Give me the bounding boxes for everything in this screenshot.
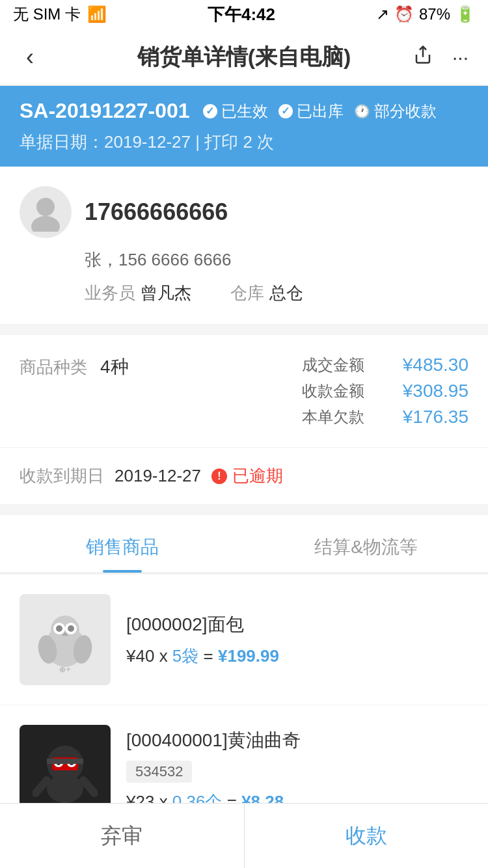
owe-amount: ¥176.35 [377, 407, 468, 427]
share-button[interactable] [413, 45, 433, 69]
tab-settlement[interactable]: 结算&物流等 [244, 515, 488, 573]
due-section: 收款到期日 2019-12-27 ! 已逾期 [0, 448, 488, 505]
deal-amount: ¥485.30 [377, 355, 468, 375]
customer-top: 17666666666 [20, 186, 468, 238]
cancel-label: 弃审 [101, 822, 142, 850]
salesperson-value: 曾凡杰 [141, 282, 191, 305]
status-right: ↗ ⏰ 87% 🔋 [376, 5, 475, 23]
ninja-icon [20, 725, 111, 816]
order-id: SA-20191227-001 [20, 99, 190, 123]
tabs: 销售商品 结算&物流等 [0, 515, 488, 573]
summary-left: 商品种类 4种 [20, 355, 129, 379]
status-badge-effective: ✓ 已生效 [203, 101, 268, 122]
tab-settlement-label: 结算&物流等 [314, 537, 418, 557]
collect-label: 收款金额 [302, 381, 364, 401]
carrier-label: 无 SIM 卡 [13, 4, 81, 25]
product-price-1: ¥40 [126, 646, 154, 666]
types-label: 商品种类 [20, 356, 87, 379]
status-badge-partial: 🕐 部分收款 [354, 101, 437, 122]
customer-phone: 17666666666 [85, 198, 228, 226]
svg-point-2 [31, 216, 60, 232]
status-time: 下午4:42 [208, 3, 275, 26]
location-icon: ↗ [376, 5, 389, 23]
checkmark-icon: ✓ [203, 104, 217, 118]
order-header-top: SA-20191227-001 ✓ 已生效 ✓ 已出库 🕐 部分收款 [20, 99, 468, 123]
svg-point-1 [36, 198, 55, 216]
product-info-2: [000400001]黄油曲奇 534532 ¥23 x 0.36个 = ¥8.… [126, 728, 468, 813]
product-qty-1: 5袋 [172, 646, 198, 666]
types-count: 4种 [100, 355, 129, 379]
customer-name: 张，156 6666 6666 [85, 249, 468, 271]
overdue-text: 已逾期 [232, 465, 283, 487]
status-badge-shipped: ✓ 已出库 [278, 101, 344, 122]
owe-amount-row: 本单欠款 ¥176.35 [302, 407, 468, 427]
collect-button[interactable]: 收款 [245, 804, 489, 868]
collect-amount: ¥308.95 [377, 381, 468, 401]
product-image-1: ⊕+ [20, 594, 111, 685]
status-bar: 无 SIM 卡 📶 下午4:42 ↗ ⏰ 87% 🔋 [0, 0, 488, 29]
svg-point-22 [47, 774, 83, 803]
list-item: ⊕+ [0000002]面包 ¥40 x 5袋 = ¥199.99 [0, 575, 488, 705]
alarm-icon: ⏰ [394, 5, 414, 23]
svg-point-9 [68, 625, 74, 632]
order-header: SA-20191227-001 ✓ 已生效 ✓ 已出库 🕐 部分收款 单据日期：… [0, 86, 488, 167]
checkmark-icon-2: ✓ [278, 104, 293, 118]
collect-label: 收款 [346, 822, 387, 850]
cancel-button[interactable]: 弃审 [0, 804, 245, 868]
product-info-1: [0000002]面包 ¥40 x 5袋 = ¥199.99 [126, 612, 468, 668]
tabs-section: 销售商品 结算&物流等 [0, 505, 488, 836]
nav-actions: ··· [413, 45, 468, 69]
summary-section: 商品种类 4种 成交金额 ¥485.30 收款金额 ¥308.95 本单欠款 ¥… [0, 335, 488, 448]
overdue-badge: ! 已逾期 [211, 465, 283, 487]
owe-label: 本单欠款 [302, 407, 364, 427]
svg-point-8 [56, 625, 62, 632]
customer-section: 17666666666 张，156 6666 6666 业务员 曾凡杰 仓库 总… [0, 167, 488, 325]
battery-label: 87% [419, 5, 450, 23]
tab-active-indicator [103, 570, 142, 573]
battery-icon: 🔋 [455, 5, 475, 23]
product-list: ⊕+ [0000002]面包 ¥40 x 5袋 = ¥199.99 [0, 575, 488, 836]
salesperson-label: 业务员 [85, 282, 135, 305]
deal-amount-row: 成交金额 ¥485.30 [302, 355, 468, 375]
more-button[interactable]: ··· [452, 46, 468, 68]
customer-meta: 业务员 曾凡杰 仓库 总仓 [85, 282, 468, 305]
tab-sales-products[interactable]: 销售商品 [0, 515, 244, 573]
warehouse-label: 仓库 [230, 282, 264, 305]
due-label: 收款到期日 [20, 465, 104, 487]
status-left: 无 SIM 卡 📶 [13, 4, 107, 25]
product-sku-2: 534532 [126, 761, 192, 783]
clock-icon: 🕐 [354, 103, 370, 119]
product-price-row-1: ¥40 x 5袋 = ¥199.99 [126, 645, 468, 668]
warehouse-value: 总仓 [269, 282, 303, 305]
summary-right: 成交金额 ¥485.30 收款金额 ¥308.95 本单欠款 ¥176.35 [302, 355, 468, 427]
status-badges: ✓ 已生效 ✓ 已出库 🕐 部分收款 [203, 101, 437, 122]
due-date: 2019-12-27 [115, 466, 201, 486]
overdue-icon: ! [211, 468, 227, 484]
svg-rect-21 [47, 759, 83, 764]
order-date: 单据日期：2019-12-27 | 打印 2 次 [20, 131, 468, 154]
owl-icon: ⊕+ [20, 594, 111, 685]
page-title: 销货单详情(来自电脑) [137, 42, 351, 72]
nav-bar: ‹ 销货单详情(来自电脑) ··· [0, 29, 488, 86]
deal-label: 成交金额 [302, 355, 364, 375]
product-name-2: [000400001]黄油曲奇 [126, 728, 468, 753]
product-name-1: [0000002]面包 [126, 612, 468, 637]
back-button[interactable]: ‹ [20, 37, 40, 77]
tab-sales-label: 销售商品 [86, 537, 159, 557]
product-image-2 [20, 725, 111, 816]
avatar [20, 186, 72, 238]
wifi-icon: 📶 [87, 5, 107, 23]
collect-amount-row: 收款金额 ¥308.95 [302, 381, 468, 401]
product-total-1: ¥199.99 [218, 646, 279, 666]
bottom-bar: 弃审 收款 [0, 803, 488, 868]
svg-text:⊕+: ⊕+ [59, 665, 70, 672]
